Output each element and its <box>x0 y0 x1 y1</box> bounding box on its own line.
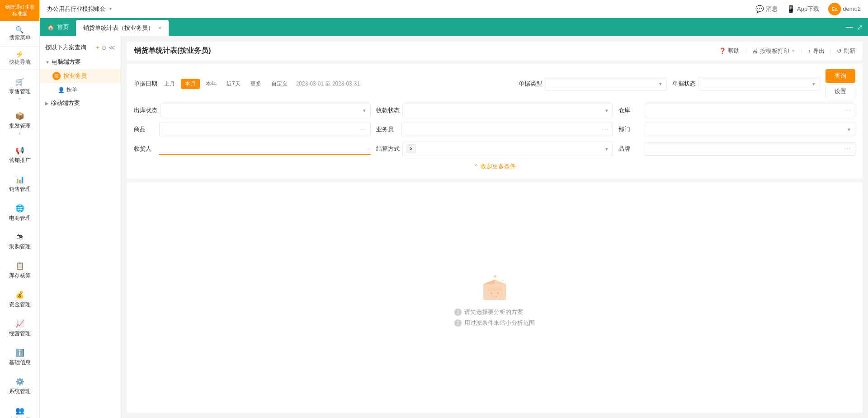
app-logo[interactable]: 畅捷通好生意 标准版 <box>0 0 39 21</box>
pay-status-label: 收款状态 <box>376 106 400 114</box>
pay-status-select[interactable]: ▼ <box>402 104 613 117</box>
sidebar-item-label-sales: 销售管理 <box>9 185 31 193</box>
sidebar-item-finance[interactable]: 💰 资金管理 <box>0 285 39 314</box>
warehouse-select[interactable]: ··· <box>644 104 855 117</box>
doc-status-select[interactable]: ▼ <box>698 77 820 90</box>
export-btn[interactable]: ↑ 导出 <box>808 47 825 55</box>
main-area: 办公用品行业模拟账套 ▾ 💬 消息 📱 App下载 Ea demo2 🏠 首页 <box>40 0 868 418</box>
collapse-arrow-icon: ⌃ <box>474 163 479 170</box>
desktop-group-arrow: ▼ <box>45 60 50 65</box>
retail-icon: 🛒 <box>15 77 24 86</box>
product-select[interactable]: ··· <box>159 123 371 136</box>
app-download-icon: 📱 <box>787 5 795 13</box>
svg-rect-3 <box>488 287 501 291</box>
tip-2-text: 用过滤条件来缩小分析范围 <box>464 319 535 327</box>
inventory-icon: 📋 <box>15 261 24 270</box>
date-btn-last-month[interactable]: 上月 <box>160 79 179 89</box>
dept-select[interactable]: ▼ <box>644 123 855 136</box>
product-label: 商品 <box>134 125 156 133</box>
brand-select[interactable]: ··· <box>644 142 855 156</box>
warehouse-dots: ··· <box>844 106 851 114</box>
wholesale-icon: 📦 <box>15 112 24 120</box>
sidebar-item-ecommerce[interactable]: 🌐 电商管理 <box>0 199 39 228</box>
svg-text:✦: ✦ <box>493 273 497 280</box>
edit-scheme-btn[interactable]: ⊙ <box>101 44 107 51</box>
date-label: 单据日期 <box>134 80 157 88</box>
scheme-item-by-salesperson[interactable]: 按 按业务员 <box>40 69 121 83</box>
date-btn-more[interactable]: 更多 <box>246 79 265 89</box>
date-btn-this-month[interactable]: 本月 <box>181 79 200 89</box>
sidebar-search-label: 搜索菜单 <box>3 34 37 42</box>
refresh-label: 刷新 <box>844 47 855 55</box>
tab-close-btn[interactable]: × <box>158 25 161 31</box>
sidebar-quicknav[interactable]: ⚡ 快捷导航 <box>0 47 39 70</box>
payment-tag-close[interactable]: × <box>410 146 413 152</box>
sidebar-item-corp[interactable]: 👥 企业协同 <box>0 401 39 418</box>
dept-label: 部门 <box>618 125 641 133</box>
template-print-btn[interactable]: 🖨 按模板打印 ▼ <box>752 47 796 55</box>
consignee-input[interactable] <box>159 143 366 154</box>
settings-button[interactable]: 设置 <box>826 85 855 98</box>
scheme-group-mobile: ▶ 移动端方案 <box>40 96 121 110</box>
add-scheme-btn[interactable]: + <box>96 44 99 51</box>
topbar-title: 办公用品行业模拟账套 <box>47 5 106 13</box>
salesperson-select[interactable]: ··· <box>401 123 613 136</box>
scheme-group-mobile-header[interactable]: ▶ 移动端方案 <box>40 96 121 110</box>
user-menu-btn[interactable]: Ea demo2 <box>828 3 861 15</box>
svg-marker-1 <box>483 280 495 284</box>
scheme-item-by-salesperson-label: 按业务员 <box>63 72 87 80</box>
tab-maximize-btn[interactable]: ⤢ <box>857 23 863 32</box>
sidebar-item-inventory[interactable]: 📋 库存核算 <box>0 256 39 285</box>
sidebar-search[interactable]: 🔍 搜索菜单 <box>0 21 39 47</box>
tab-home[interactable]: 🏠 首页 <box>40 18 76 36</box>
collapse-panel-btn[interactable]: ≪ <box>108 44 115 51</box>
salesperson-label: 业务员 <box>376 125 399 133</box>
mobile-group-label: 移动端方案 <box>51 99 80 107</box>
date-btn-custom[interactable]: 自定义 <box>267 79 292 89</box>
left-panel-title: 按以下方案查询 <box>45 43 86 52</box>
sidebar-item-label-finance: 资金管理 <box>9 301 31 309</box>
date-btn-this-year[interactable]: 本年 <box>202 79 221 89</box>
avatar: Ea <box>828 3 841 15</box>
tip-num-1: 1 <box>454 309 462 316</box>
scheme-group-desktop-header[interactable]: ▼ 电脑端方案 <box>40 55 121 69</box>
collapse-filter-btn[interactable]: ⌃ 收起更多条件 <box>134 160 855 173</box>
template-print-arrow: ▼ <box>791 48 796 53</box>
empty-tip-2: 2 用过滤条件来缩小分析范围 <box>454 319 535 327</box>
sidebar-item-retail[interactable]: 🛒 零售管理 ▼ <box>0 72 39 106</box>
left-panel-header: 按以下方案查询 + ⊙ ≪ <box>40 40 121 55</box>
doc-type-select[interactable]: ▼ <box>545 77 666 90</box>
topbar: 办公用品行业模拟账套 ▾ 💬 消息 📱 App下载 Ea demo2 <box>40 0 868 18</box>
sidebar-item-system[interactable]: ⚙️ 系统管理 <box>0 372 39 401</box>
consignee-dots[interactable]: ··· <box>366 145 371 152</box>
out-status-label: 出库状态 <box>134 106 157 114</box>
sidebar-item-operations[interactable]: 📈 经营管理 <box>0 314 39 343</box>
sidebar-item-marketing[interactable]: 📢 营销推广 <box>0 141 39 170</box>
tab-sales-stat-label: 销货单统计表（按业务员） <box>83 24 154 32</box>
operations-icon: 📈 <box>15 319 24 328</box>
help-btn[interactable]: ❓ 帮助 <box>719 47 740 55</box>
refresh-btn[interactable]: ↺ 刷新 <box>837 47 855 55</box>
topbar-dropdown-btn[interactable]: ▾ <box>109 6 112 11</box>
sidebar-item-sales[interactable]: 📊 销售管理 <box>0 170 39 199</box>
right-panel: 销货单统计表(按业务员) ❓ 帮助 | 🖨 按模板打印 ▼ | ↑ <box>121 36 868 418</box>
scheme-sub-item-by-order[interactable]: 👤 按单 <box>40 83 121 96</box>
date-btn-7days[interactable]: 近7天 <box>222 79 245 89</box>
sidebar-item-basics[interactable]: ℹ️ 基础信息 <box>0 343 39 372</box>
tab-home-label: 首页 <box>57 23 69 31</box>
sidebar-item-wholesale[interactable]: 📦 批发管理 ▲ <box>0 106 39 141</box>
sidebar-quicknav-label: 快捷导航 <box>3 58 37 66</box>
sidebar-item-label-operations: 经营管理 <box>9 330 31 337</box>
left-panel-actions: + ⊙ ≪ <box>96 44 115 51</box>
tip-1-text: 请先选择要分析的方案 <box>464 308 523 316</box>
query-button[interactable]: 查询 <box>826 69 855 83</box>
payment-method-select[interactable]: × ▼ <box>402 142 613 156</box>
app-download-btn[interactable]: 📱 App下载 <box>787 5 819 13</box>
tab-minimize-btn[interactable]: — <box>846 23 853 31</box>
doc-status-label: 单据状态 <box>672 80 696 88</box>
out-status-select[interactable]: ▼ <box>160 104 371 117</box>
message-btn[interactable]: 💬 消息 <box>755 5 778 13</box>
sidebar-item-purchase[interactable]: 🛍 采购管理 <box>0 228 39 256</box>
tab-sales-stat[interactable]: 销货单统计表（按业务员） × <box>76 20 169 36</box>
product-dots: ··· <box>359 125 367 133</box>
